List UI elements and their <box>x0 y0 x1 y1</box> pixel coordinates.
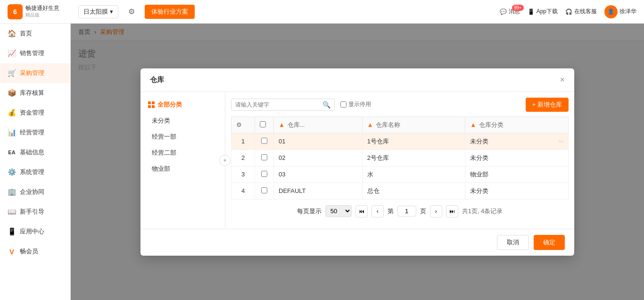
main-content: 首页 › 采购管理 进货 按以下 仓库 × <box>71 24 644 300</box>
sidebar-item-sales[interactable]: 📈 销售管理 <box>0 43 70 63</box>
row-category: 物业部 <box>465 166 569 183</box>
sidebar-item-system[interactable]: ⚙️ 系统管理 <box>0 162 70 182</box>
page-unit: 页 <box>420 207 426 216</box>
row-checkbox[interactable] <box>255 133 274 150</box>
message-item[interactable]: 💬 消息 99+ <box>500 8 520 16</box>
app-layout: 🏠 首页 📈 销售管理 🛒 采购管理 📦 库存核算 💰 资金管理 📊 经营管理 … <box>0 24 644 300</box>
select-all-checkbox[interactable] <box>260 121 266 127</box>
enterprise-icon: 🏢 <box>8 188 16 196</box>
store-selector[interactable]: 日太阳膜 ▾ <box>78 5 118 18</box>
basic-icon: EA <box>8 150 16 155</box>
sidebar-item-inventory[interactable]: 📦 库存核算 <box>0 83 70 103</box>
sidebar-item-finance[interactable]: 💰 资金管理 <box>0 103 70 123</box>
sidebar-item-home[interactable]: 🏠 首页 <box>0 24 70 43</box>
modal-body: 全部分类 未分类 经营一部 经营二部 物业部 <box>140 92 574 229</box>
cancel-button[interactable]: 取消 <box>497 235 529 250</box>
sidebar-item-label: 畅会员 <box>20 247 38 256</box>
col-check-header <box>255 117 274 133</box>
row-name: 总仓 <box>362 183 465 199</box>
per-page-select[interactable]: 50 10 20 100 <box>325 205 352 217</box>
row-checkbox[interactable] <box>255 166 274 183</box>
modal-footer: 取消 确定 <box>140 229 574 256</box>
collapse-button[interactable]: « <box>219 155 231 166</box>
sidebar-item-apps[interactable]: 📱 应用中心 <box>0 222 70 242</box>
logo-text: 畅捷通好生意 <box>25 5 59 12</box>
message-badge: 99+ <box>512 5 524 11</box>
table-row[interactable]: 2 02 2号仓库 未分类 <box>231 150 569 166</box>
row-name: 1号仓库 <box>362 133 465 150</box>
modal-title: 仓库 <box>150 75 164 84</box>
row-category: 未分类··· <box>465 133 569 150</box>
sidebar-item-label: 经营管理 <box>20 128 44 137</box>
first-page-button[interactable]: ⏮ <box>355 205 368 217</box>
show-disabled-label[interactable]: 显示停用 <box>340 100 371 108</box>
table-area: 🔍 显示停用 + 新增仓库 <box>225 92 574 229</box>
chevron-down-icon: ▾ <box>110 8 113 15</box>
category-item-0[interactable]: 未分类 <box>140 113 225 129</box>
row-code: 02 <box>274 150 363 166</box>
search-input[interactable] <box>235 101 322 108</box>
app-download-item[interactable]: 📱 App下载 <box>528 8 558 16</box>
sort-icon-3: ▲ <box>470 121 476 128</box>
row-setting: 4 <box>231 183 255 199</box>
sort-icon: ▲ <box>279 121 285 128</box>
sidebar-item-purchase[interactable]: 🛒 采购管理 <box>0 63 70 83</box>
sidebar-item-operation[interactable]: 📊 经营管理 <box>0 123 70 142</box>
table-row[interactable]: 3 03 水 物业部 <box>231 166 569 183</box>
row-checkbox[interactable] <box>255 150 274 166</box>
row-checkbox[interactable] <box>255 183 274 199</box>
row-setting: 3 <box>231 166 255 183</box>
modal-close-button[interactable]: × <box>560 75 565 85</box>
category-item-3[interactable]: 物业部 <box>140 161 225 177</box>
table-row[interactable]: 1 01 1号仓库 未分类··· <box>231 133 569 150</box>
guide-icon: 📖 <box>8 208 16 216</box>
sidebar-item-enterprise[interactable]: 🏢 企业协同 <box>0 182 70 202</box>
warehouse-modal: 仓库 × 全部分类 未分类 <box>140 68 574 256</box>
header-right: 💬 消息 99+ 📱 App下载 🎧 在线客服 👤 徐泽华 <box>500 5 636 18</box>
modal-header: 仓库 × <box>140 68 574 92</box>
sidebar-item-label: 系统管理 <box>20 168 44 176</box>
sidebar-item-basic[interactable]: EA 基础信息 <box>0 142 70 162</box>
confirm-button[interactable]: 确定 <box>534 235 565 250</box>
sidebar-item-label: 企业协同 <box>20 188 44 196</box>
sidebar-item-guide[interactable]: 📖 新手引导 <box>0 202 70 222</box>
sidebar-item-label: 销售管理 <box>20 49 44 58</box>
apps-icon: 📱 <box>8 227 16 236</box>
prev-page-button[interactable]: ‹ <box>372 205 384 217</box>
settings-icon[interactable]: ⚙ <box>124 4 139 19</box>
col-cat-header: ▲ 仓库分类 <box>465 117 569 133</box>
sidebar-item-label: 库存核算 <box>20 89 44 97</box>
table-row[interactable]: 4 DEFAULT 总仓 未分类 <box>231 183 569 199</box>
service-item[interactable]: 🎧 在线客服 <box>565 8 597 16</box>
system-icon: ⚙️ <box>8 168 16 176</box>
phone-icon: 📱 <box>528 8 535 15</box>
per-page-label: 每页显示 <box>297 207 322 216</box>
last-page-button[interactable]: ⏭ <box>446 205 458 217</box>
row-code: 03 <box>274 166 363 183</box>
all-categories-item[interactable]: 全部分类 <box>140 97 225 113</box>
category-item-1[interactable]: 经营一部 <box>140 129 225 145</box>
home-icon: 🏠 <box>8 29 16 38</box>
next-page-button[interactable]: › <box>430 205 442 217</box>
add-warehouse-button[interactable]: + 新增仓库 <box>526 98 569 112</box>
inventory-icon: 📦 <box>8 89 16 97</box>
finance-icon: 💰 <box>8 108 16 117</box>
page-number-input[interactable] <box>397 206 416 217</box>
trial-button[interactable]: 体验行业方案 <box>145 5 195 19</box>
logo-sub: 精品版 <box>25 12 59 18</box>
category-item-2[interactable]: 经营二部 <box>140 145 225 161</box>
sort-icon-2: ▲ <box>367 121 373 128</box>
category-sidebar: 全部分类 未分类 经营一部 经营二部 物业部 <box>140 92 225 229</box>
logo-area: 6 畅捷通好生意 精品版 <box>8 4 78 19</box>
warehouse-table: ⚙ ▲ 仓库... <box>231 117 569 200</box>
show-disabled-checkbox[interactable] <box>340 101 347 108</box>
user-item[interactable]: 👤 徐泽华 <box>604 5 636 18</box>
sidebar-item-vip[interactable]: V 畅会员 <box>0 242 70 261</box>
row-setting: 2 <box>231 150 255 166</box>
col-name-header: ▲ 仓库名称 <box>362 117 465 133</box>
search-icon: 🔍 <box>322 101 330 108</box>
col-setting-header: ⚙ <box>231 117 255 133</box>
username-label: 徐泽华 <box>619 8 636 16</box>
vip-icon: V <box>8 248 16 256</box>
total-info: 共1页, 4条记录 <box>462 207 503 216</box>
